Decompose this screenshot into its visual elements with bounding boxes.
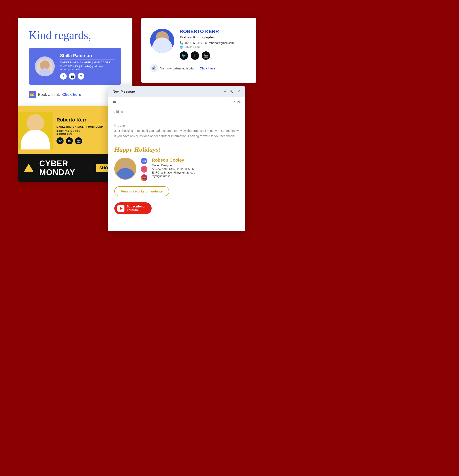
roberto-social: 🐦 f 📷 [180, 51, 234, 60]
roberto-body [152, 37, 172, 53]
email-body: Hi John, Just checking in to see if you … [108, 117, 245, 231]
facebook-icon[interactable]: f [60, 73, 67, 80]
book-icon: 🎫 [29, 91, 36, 98]
book-text: Book a seat. [38, 92, 60, 97]
robson-avatar [114, 158, 136, 180]
twitter-icon[interactable]: 🐦 [180, 51, 188, 60]
window-controls: − ⤡ ✕ [223, 89, 240, 94]
subject-label: Subject [113, 110, 126, 114]
twitter-icon[interactable]: 🐦 [56, 137, 63, 144]
holiday-signature: Happy Holidays! Be 🏀 📷 Robson Cooley Mot… [114, 146, 239, 231]
roberto-name: ROBERTO KERR [180, 29, 234, 34]
facebook-icon[interactable]: f [191, 51, 199, 60]
greeting-text: Kind regards, [29, 29, 121, 42]
stella-name: Stella Paterson [60, 53, 115, 58]
view-works-button[interactable]: View my works on website [114, 186, 169, 196]
happy-holidays-text: Happy Holidays! [114, 146, 239, 153]
play-triangle [120, 207, 123, 210]
instagram-icon[interactable]: 📷 [202, 51, 210, 60]
robson-signature-row: Be 🏀 📷 Robson Cooley Motion Designer A: … [114, 158, 239, 181]
youtube-subscribe-button[interactable]: Subscribe on Youtube [114, 202, 152, 214]
email-titlebar: New Message − ⤡ ✕ [108, 86, 245, 97]
stella-signature-box: Stella Paterson MARKETING MANAGER | MODY… [29, 48, 121, 85]
youtube-label: Subscribe on Youtube [127, 204, 146, 212]
virtual-exhibition-row: 🏛 Visit my virtual exhibition. Click her… [150, 64, 247, 72]
yellow-head [26, 114, 44, 132]
cc-bcc-label[interactable]: Cc Bcc [231, 100, 240, 104]
close-button[interactable]: ✕ [237, 89, 240, 94]
roberto-avatar [150, 29, 174, 53]
roberto-header: ROBERTO KERR Fashion Photographer 📞 456 … [150, 29, 247, 60]
linkedin-icon[interactable]: in [66, 137, 73, 144]
roberto-phone: 📞 456 435 3456 , ✉ roberto@gmail.com [180, 41, 234, 44]
exhibition-icon: 🏛 [150, 64, 158, 72]
to-input[interactable] [128, 100, 229, 104]
stella-figure [37, 59, 53, 76]
instagram-icon[interactable]: 📷 [75, 137, 82, 144]
instagram-icon[interactable]: 📷 [141, 174, 147, 181]
subject-input[interactable] [128, 110, 240, 114]
roberto-role: Fashion Photographer [180, 35, 234, 39]
stella-title: MARKETING MANAGER | MODY CORP [60, 61, 115, 64]
maximize-button[interactable]: ⤡ [230, 89, 233, 94]
instagram-icon[interactable]: 📷 [69, 73, 75, 80]
robson-website: mysignature.io [152, 174, 239, 178]
yellow-body [21, 130, 50, 150]
robson-address: A: New York, USA, T: 222 335 3632 [152, 167, 239, 171]
yellow-photo [18, 112, 53, 150]
book-seat-row: 🎫 Book a seat. Click here [29, 91, 121, 98]
exhibition-click-here[interactable]: Click here [200, 66, 215, 70]
roberto-card: ROBERTO KERR Fashion Photographer 📞 456 … [141, 18, 256, 83]
stella-website: W: modycorp.com [60, 68, 115, 71]
email-body-text: Hi John, Just checking in to see if you … [114, 123, 239, 139]
quora-icon[interactable]: Q [78, 73, 84, 80]
robson-role: Motion Designer [152, 164, 239, 167]
robson-body [116, 168, 135, 179]
stella-mobile: M: 403-5559-586 | E: stella@gmail.com [60, 65, 115, 68]
to-label: To [113, 100, 126, 104]
robson-name: Robson Cooley [152, 158, 239, 163]
cyber-text: CYBER MONDAY [39, 159, 75, 177]
subject-field-row: Subject [108, 107, 245, 117]
dribbble-icon[interactable]: 🏀 [141, 166, 147, 173]
robson-email: E: RC_animation@mysignature.io [152, 171, 239, 174]
youtube-play-icon [117, 205, 124, 212]
email-title: New Message [113, 90, 135, 94]
robson-social-icons: Be 🏀 📷 [141, 158, 147, 181]
book-click-here[interactable]: Click here [62, 92, 81, 97]
stella-social-icons: f 📷 Q [60, 73, 115, 80]
behance-icon[interactable]: Be [141, 158, 147, 164]
stella-info: Stella Paterson MARKETING MANAGER | MODY… [60, 53, 115, 80]
stella-avatar [35, 56, 55, 76]
roberto-website: 🌐 rob.kerr.com [180, 45, 234, 49]
email-compose-window: New Message − ⤡ ✕ To Cc Bcc Subject Hi J… [108, 86, 245, 231]
roberto-details: ROBERTO KERR Fashion Photographer 📞 456 … [180, 29, 234, 60]
minimize-button[interactable]: − [223, 89, 226, 94]
exhibition-text: Visit my virtual exhibition. [160, 66, 197, 70]
to-field-row: To Cc Bcc [108, 97, 245, 107]
robson-details: Robson Cooley Motion Designer A: New Yor… [152, 158, 239, 178]
